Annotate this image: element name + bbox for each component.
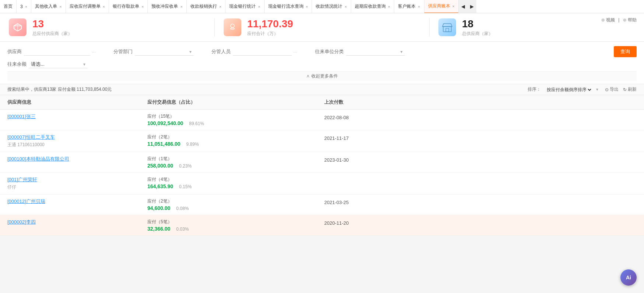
supplier-sub-4: 仔仔	[7, 184, 147, 190]
dept-select-wrap: ▼	[135, 48, 194, 56]
help-link[interactable]: ⊙ 帮助	[623, 17, 637, 23]
nav-tab-other-income[interactable]: 其他收入单 ×	[31, 0, 66, 13]
dept-select[interactable]	[135, 48, 194, 56]
nav-tab-t3[interactable]: 3 ×	[17, 0, 31, 13]
nav-tab-t3-label: 3	[20, 4, 23, 9]
table-row: [000001]张三 应付（15笔） 100,092,540.00 89.61%…	[0, 110, 644, 130]
category-select-wrap: ▼	[346, 48, 405, 56]
nav-tab-cash-bank-flow[interactable]: 现金银行流水查询 ×	[265, 0, 312, 13]
nav-arrow-left[interactable]: ◀	[459, 0, 468, 13]
header-last-pay: 上次付数	[324, 99, 637, 106]
result-summary-text: 搜索结果中，供应商13家 应付金额 111,703,854.00元	[7, 86, 112, 93]
balance-select-wrap: 请选... ▼	[29, 60, 88, 68]
payable-amount-5: 94,600.00	[147, 205, 170, 211]
close-icon[interactable]: ×	[219, 4, 221, 9]
nav-tab-cash-bank-stats[interactable]: 现金银行统计 ×	[225, 0, 264, 13]
table-row: [001]广州荣轩 仔仔 应付（4笔） 164,635.90 0.15%	[0, 173, 644, 194]
sort-select[interactable]: 按应付余额倒序排序	[545, 87, 592, 93]
total-payable-amount-number: 11,170.39	[247, 18, 293, 30]
supplier-link-6[interactable]: [000002]李四	[7, 219, 147, 225]
filter-person: 分管人员 ···	[211, 48, 297, 56]
sort-label: 排序：	[528, 86, 541, 93]
category-select[interactable]	[346, 48, 405, 56]
nav-tab-home[interactable]: 首页	[0, 0, 17, 13]
svg-point-3	[231, 24, 234, 28]
nav-arrow-right[interactable]: ▶	[468, 0, 476, 13]
total-payable-amount-label: 应付合计（万）	[247, 31, 293, 37]
person-filter-label: 分管人员	[211, 48, 231, 55]
svg-rect-5	[446, 28, 449, 32]
nav-tab-t3-close[interactable]: ×	[25, 4, 27, 9]
export-button[interactable]: ⊙ 导出	[605, 86, 619, 93]
nav-tab-supplier-account-label: 供应商账本	[428, 3, 450, 9]
filter-row-2: 往来余额 请选... ▼	[7, 60, 637, 68]
nav-tab-collection-stats-label: 收款情况统计	[316, 3, 342, 10]
payable-pct-4: 0.15%	[179, 184, 192, 189]
header-payable: 应付交易信息（占比）	[147, 99, 324, 106]
nav-tab-collection-label: 收款核销执行	[190, 3, 217, 10]
close-icon[interactable]: ×	[141, 4, 144, 9]
header-supplier: 供应商信息	[7, 99, 147, 106]
result-bar: 搜索结果中，供应商13家 应付金额 111,703,854.00元 排序： 按应…	[0, 84, 644, 95]
close-icon[interactable]: ×	[306, 4, 308, 9]
payable-count-5: 应付（2笔）	[147, 198, 324, 204]
close-icon[interactable]: ×	[418, 4, 420, 9]
nav-tab-customer-account[interactable]: 客户账本 ×	[394, 0, 424, 13]
last-pay-date-6: 2020-11-20	[324, 219, 637, 226]
collapse-button[interactable]: ∧ 收起更多条件	[7, 71, 637, 81]
close-icon[interactable]: ×	[180, 4, 182, 9]
supplier-link-5[interactable]: [000012]广州贝瑞	[7, 198, 147, 205]
close-icon[interactable]: ×	[103, 4, 105, 9]
nav-tab-supplier-account[interactable]: 供应商账本 ×	[424, 0, 459, 13]
divider	[214, 18, 215, 37]
payable-pct-6: 0.03%	[176, 227, 189, 232]
payable-amount-4: 164,635.90	[147, 183, 173, 189]
video-link[interactable]: ⊙ 视频	[601, 17, 615, 23]
payable-info-5: 应付（2笔） 94,600.00 0.08%	[147, 198, 324, 211]
nav-tab-advance[interactable]: 预收冲应收单 ×	[148, 0, 186, 13]
supplier-link-3[interactable]: [000100]本特勒油品有限公司	[7, 156, 147, 162]
last-pay-2: 2021-11-17	[324, 134, 637, 141]
payable-pct-1: 89.61%	[189, 121, 204, 126]
summary-item-payable-suppliers: 13 总应付供应商（家）	[7, 17, 207, 38]
supplier-filter-label: 供应商	[7, 48, 22, 55]
payable-count-2: 应付（2笔）	[147, 134, 324, 140]
nav-tab-collection-stats[interactable]: 收款情况统计 ×	[312, 0, 351, 13]
supplier-link-2[interactable]: [000007]恒旺二手叉车	[7, 134, 147, 141]
summary-item-payable-total: 11,170.39 应付合计（万）	[222, 17, 422, 38]
total-suppliers-label: 总供应商（家）	[462, 31, 493, 37]
balance-select[interactable]: 请选...	[29, 60, 88, 68]
close-icon[interactable]: ×	[388, 4, 390, 9]
nav-tab-overdue[interactable]: 超期应收款查询 ×	[351, 0, 394, 13]
dept-filter-label: 分管部门	[113, 48, 133, 55]
close-icon[interactable]: ×	[452, 4, 455, 8]
refresh-button[interactable]: ↻ 刷新	[623, 86, 637, 93]
person-more-icon[interactable]: ···	[293, 49, 297, 55]
supplier-link-4[interactable]: [001]广州荣轩	[7, 176, 147, 183]
last-pay-3: 2023-01-30	[324, 156, 637, 163]
export-icon: ⊙	[605, 87, 609, 92]
payable-info-3: 应付（1笔） 258,000.00 0.23%	[147, 156, 324, 169]
payable-count-3: 应付（1笔）	[147, 156, 324, 162]
payable-amount-6: 32,366.00	[147, 226, 170, 232]
nav-tab-ap-adjust[interactable]: 应收应付调整单 ×	[66, 0, 109, 13]
filter-balance: 往来余额 请选... ▼	[7, 60, 88, 68]
last-pay-date-3: 2023-01-30	[324, 156, 637, 163]
nav-tab-bank-deposit[interactable]: 银行存取款单 ×	[109, 0, 148, 13]
payable-pct-5: 0.08%	[176, 206, 189, 211]
close-icon[interactable]: ×	[258, 4, 260, 9]
query-button[interactable]: 查询	[614, 46, 637, 57]
supplier-more-icon[interactable]: ···	[92, 49, 96, 55]
close-icon[interactable]: ×	[59, 4, 62, 9]
top-links: ⊙ 视频 | ⊙ 帮助	[601, 17, 637, 23]
supplier-info-3: [000100]本特勒油品有限公司	[7, 156, 147, 162]
total-payable-suppliers-number: 13	[32, 18, 72, 30]
nav-tab-collection[interactable]: 收款核销执行 ×	[187, 0, 225, 13]
supplier-input[interactable]	[24, 48, 90, 56]
last-pay-5: 2021-03-25	[324, 198, 637, 205]
filter-row-1: 供应商 ··· 分管部门 ▼ 分管人员 ··· 往来单位分类	[7, 46, 637, 57]
close-icon[interactable]: ×	[344, 4, 347, 9]
person-input[interactable]	[233, 48, 292, 56]
supplier-info-4: [001]广州荣轩 仔仔	[7, 176, 147, 190]
supplier-link-1[interactable]: [000001]张三	[7, 113, 147, 120]
